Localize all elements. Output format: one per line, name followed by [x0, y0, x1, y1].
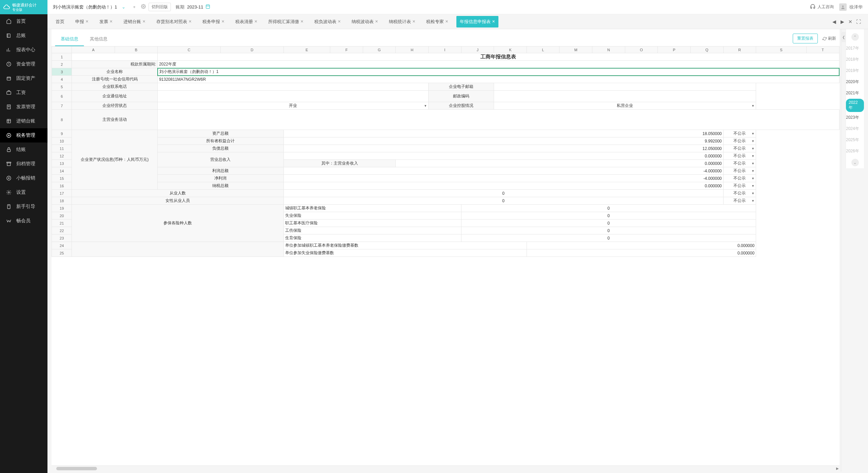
row-header[interactable]: 9	[52, 130, 72, 137]
close-icon[interactable]: ✕	[85, 19, 88, 24]
year-2018年[interactable]: 2018年	[846, 54, 864, 65]
year-2026年[interactable]: 2026年	[846, 146, 864, 157]
col-header[interactable]	[52, 46, 72, 53]
row-header[interactable]: 3	[52, 68, 72, 76]
year-2023年[interactable]: 2023年	[846, 112, 864, 123]
cell[interactable]: 0	[461, 205, 756, 212]
row-header[interactable]: 10	[52, 137, 72, 145]
col-header[interactable]: A	[72, 46, 115, 53]
cell[interactable]: 0.000000	[527, 242, 756, 249]
col-header[interactable]: M	[559, 46, 592, 53]
cell[interactable]: 12.050000	[283, 145, 723, 152]
cell[interactable]: 2022年度	[158, 61, 839, 68]
cell[interactable]	[158, 83, 429, 91]
tab-2[interactable]: 发票✕	[97, 19, 115, 25]
row-header[interactable]: 11	[52, 145, 72, 152]
col-header[interactable]: E	[283, 46, 330, 53]
tab-close-all-icon[interactable]: ✕	[846, 19, 854, 24]
cell[interactable]: 0	[461, 212, 756, 220]
tab-11[interactable]: 税检专家✕	[423, 19, 451, 25]
reset-report-button[interactable]: 重置报表	[793, 34, 818, 43]
tab-1[interactable]: 申报✕	[73, 19, 91, 25]
col-header[interactable]: P	[658, 46, 691, 53]
subtab-0[interactable]: 基础信息	[55, 32, 84, 46]
tab-5[interactable]: 税务申报✕	[200, 19, 227, 25]
row-header[interactable]: 7	[52, 102, 72, 110]
cell[interactable]: 0	[461, 227, 756, 234]
cell[interactable]: 0.000000	[283, 152, 723, 160]
sidebar-item-3[interactable]: 资金管理	[0, 57, 47, 71]
row-header[interactable]: 17	[52, 190, 72, 197]
close-icon[interactable]: ✕	[300, 19, 303, 24]
col-header[interactable]: T	[806, 46, 839, 53]
close-icon[interactable]: ✕	[445, 19, 448, 24]
sidebar-item-4[interactable]: 固定资产	[0, 71, 47, 86]
sidebar-item-13[interactable]: 新手引导	[0, 200, 47, 214]
refresh-button[interactable]: 刷新	[823, 36, 836, 41]
sidebar-item-9[interactable]: 结账	[0, 143, 47, 157]
close-icon[interactable]: ✕	[221, 19, 224, 24]
consult-link[interactable]: 人工咨询	[817, 4, 834, 10]
col-header[interactable]: Q	[690, 46, 723, 53]
row-header[interactable]: 18	[52, 197, 72, 205]
row-header[interactable]: 1	[52, 53, 72, 61]
close-icon[interactable]: ✕	[142, 19, 145, 24]
cell[interactable]: 0.000000	[396, 160, 723, 167]
status-select[interactable]: 开业	[158, 102, 429, 110]
cell[interactable]: 0	[283, 190, 723, 197]
tab-7[interactable]: 所得税汇算清缴✕	[265, 19, 306, 25]
sidebar-item-5[interactable]: 工资	[0, 86, 47, 100]
tab-4[interactable]: 存货别名对照表✕	[154, 19, 194, 25]
col-header[interactable]: N	[592, 46, 625, 53]
row-header[interactable]: 24	[52, 242, 72, 249]
col-header[interactable]: I	[429, 46, 461, 53]
col-header[interactable]: S	[756, 46, 807, 53]
period-value[interactable]: 2023-11	[187, 4, 203, 10]
company-name-cell[interactable]: 刘小艳演示账套（勿删勿动！）1	[158, 68, 839, 76]
col-header[interactable]: J	[461, 46, 494, 53]
row-header[interactable]: 5	[52, 83, 72, 91]
sidebar-item-14[interactable]: 畅会员	[0, 214, 47, 228]
tab-10[interactable]: 纳税统计表✕	[386, 19, 418, 25]
row-header[interactable]: 15	[52, 175, 72, 182]
row-header[interactable]: 20	[52, 212, 72, 220]
col-header[interactable]: L	[527, 46, 559, 53]
holding-select[interactable]: 私营企业	[494, 102, 756, 110]
col-header[interactable]: K	[494, 46, 527, 53]
public-select[interactable]: 不公示	[723, 197, 756, 205]
close-icon[interactable]: ✕	[375, 19, 378, 24]
tab-12[interactable]: 年报信息申报表✕	[456, 16, 498, 27]
horizontal-scrollbar[interactable]: ▶	[52, 466, 840, 472]
public-select[interactable]: 不公示	[723, 130, 756, 137]
year-2017年[interactable]: 2017年	[846, 43, 864, 54]
year-2021年[interactable]: 2021年	[846, 88, 864, 99]
tab-prev-icon[interactable]: ◀	[830, 19, 838, 24]
cell[interactable]: 0	[461, 220, 756, 227]
cell[interactable]: 91320811MA7NGR2W6R	[158, 76, 839, 83]
user-name[interactable]: 徐泽华	[849, 4, 863, 10]
sidebar-item-2[interactable]: 报表中心	[0, 43, 47, 57]
cell[interactable]: -4.000000	[283, 167, 723, 175]
headset-icon[interactable]	[810, 4, 815, 10]
avatar[interactable]	[839, 3, 847, 11]
sidebar-item-7[interactable]: 进销台账	[0, 114, 47, 128]
subtab-1[interactable]: 其他信息	[84, 32, 113, 46]
yearpanel-collapse-icon[interactable]: ❮	[842, 32, 846, 42]
close-icon[interactable]: ✕	[412, 19, 415, 24]
row-header[interactable]: 12	[52, 152, 72, 160]
plus-icon[interactable]: +	[133, 4, 136, 10]
year-2025年[interactable]: 2025年	[846, 134, 864, 146]
fullscreen-icon[interactable]: ⛶	[854, 19, 863, 24]
tab-3[interactable]: 进销台账✕	[121, 19, 148, 25]
col-header[interactable]: B	[115, 46, 157, 53]
close-icon[interactable]: ✕	[189, 19, 192, 24]
chevron-down-icon[interactable]: ⌄	[122, 4, 125, 10]
sidebar-item-10[interactable]: 归档管理	[0, 157, 47, 171]
close-icon[interactable]: ✕	[492, 19, 495, 24]
public-select[interactable]: 不公示	[723, 160, 756, 167]
close-icon[interactable]: ✕	[254, 19, 257, 24]
cell[interactable]: 0.000000	[283, 182, 723, 190]
public-select[interactable]: 不公示	[723, 145, 756, 152]
tab-9[interactable]: 纳税波动表✕	[349, 19, 381, 25]
public-select[interactable]: 不公示	[723, 182, 756, 190]
